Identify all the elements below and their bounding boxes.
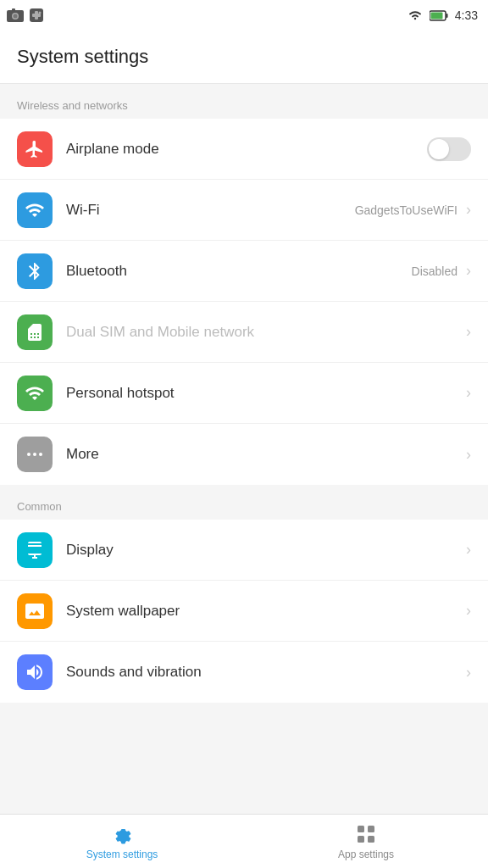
settings-item-airplane-mode[interactable]: Airplane mode xyxy=(0,119,488,180)
more-chevron: › xyxy=(466,446,471,464)
status-bar-left xyxy=(7,8,44,23)
dual-sim-label: Dual SIM and Mobile network xyxy=(66,324,463,341)
wallpaper-label: System wallpaper xyxy=(66,603,463,620)
airplane-mode-toggle[interactable] xyxy=(427,137,471,161)
settings-item-hotspot[interactable]: Personal hotspot› xyxy=(0,363,488,424)
wifi-status-icon xyxy=(408,9,423,21)
status-bar: 4:33 xyxy=(0,0,488,31)
svg-rect-6 xyxy=(32,14,41,17)
hotspot-icon xyxy=(17,376,53,411)
sounds-icon xyxy=(17,654,53,690)
svg-rect-3 xyxy=(12,8,15,11)
svg-point-13 xyxy=(39,453,42,456)
more-dots-icon xyxy=(17,437,53,472)
svg-rect-10 xyxy=(430,12,442,19)
display-chevron: › xyxy=(466,541,471,559)
settings-item-wifi[interactable]: Wi-FiGadgetsToUseWiFI› xyxy=(0,180,488,241)
settings-item-bluetooth[interactable]: BluetoothDisabled› xyxy=(0,241,488,302)
hotspot-chevron: › xyxy=(466,384,471,402)
page-title: System settings xyxy=(0,31,488,84)
settings-item-wallpaper[interactable]: System wallpaper› xyxy=(0,581,488,642)
svg-rect-17 xyxy=(368,836,374,843)
sounds-chevron: › xyxy=(466,664,471,682)
settings-item-more[interactable]: More› xyxy=(0,424,488,485)
grid-icon xyxy=(355,823,377,845)
display-icon xyxy=(17,532,53,568)
svg-rect-14 xyxy=(358,826,364,832)
wifi-chevron: › xyxy=(466,201,471,219)
svg-point-11 xyxy=(27,453,30,456)
wallpaper-icon xyxy=(17,593,53,629)
settings-item-sounds[interactable]: Sounds and vibration› xyxy=(0,642,488,703)
bluetooth-label: Bluetooth xyxy=(66,263,412,280)
nav-app-settings-label: App settings xyxy=(338,849,394,860)
airplane-icon xyxy=(17,131,53,167)
sounds-label: Sounds and vibration xyxy=(66,664,463,681)
bottom-nav: System settings App settings xyxy=(0,814,488,868)
bluetooth-value: Disabled xyxy=(412,264,458,278)
svg-point-2 xyxy=(14,14,18,19)
settings-item-display[interactable]: Display› xyxy=(0,520,488,581)
battery-icon xyxy=(430,10,448,21)
status-bar-right: 4:33 xyxy=(408,8,478,22)
more-label: More xyxy=(66,446,463,463)
svg-rect-15 xyxy=(368,826,374,832)
game-icon xyxy=(29,8,44,23)
svg-rect-9 xyxy=(446,14,447,18)
settings-item-dual-sim[interactable]: Dual SIM and Mobile network› xyxy=(0,302,488,363)
photo-icon xyxy=(7,8,24,22)
nav-system-settings[interactable]: System settings xyxy=(0,816,244,867)
display-label: Display xyxy=(66,542,463,559)
settings-content: Wireless and networksAirplane modeWi-FiG… xyxy=(0,84,488,703)
nav-app-settings[interactable]: App settings xyxy=(244,816,488,867)
settings-list-1: Display›System wallpaper›Sounds and vibr… xyxy=(0,520,488,703)
bluetooth-icon xyxy=(17,253,53,289)
wifi-label: Wi-Fi xyxy=(66,202,355,219)
wallpaper-chevron: › xyxy=(466,602,471,620)
svg-point-12 xyxy=(33,453,36,456)
bluetooth-chevron: › xyxy=(466,262,471,280)
settings-list-0: Airplane modeWi-FiGadgetsToUseWiFI›Bluet… xyxy=(0,119,488,485)
hotspot-label: Personal hotspot xyxy=(66,385,463,402)
wifi-value: GadgetsToUseWiFI xyxy=(355,203,458,217)
dual-sim-chevron: › xyxy=(466,323,471,341)
svg-point-7 xyxy=(39,12,42,14)
clock: 4:33 xyxy=(455,8,478,22)
airplane-mode-toggle-knob xyxy=(429,139,449,159)
svg-rect-16 xyxy=(358,836,364,843)
section-header-1: Common xyxy=(0,485,488,520)
section-header-0: Wireless and networks xyxy=(0,84,488,119)
wifi-icon xyxy=(17,192,53,228)
airplane-mode-label: Airplane mode xyxy=(66,141,420,158)
sim-icon xyxy=(17,314,53,350)
gear-icon xyxy=(111,823,133,845)
nav-system-settings-label: System settings xyxy=(86,849,158,860)
